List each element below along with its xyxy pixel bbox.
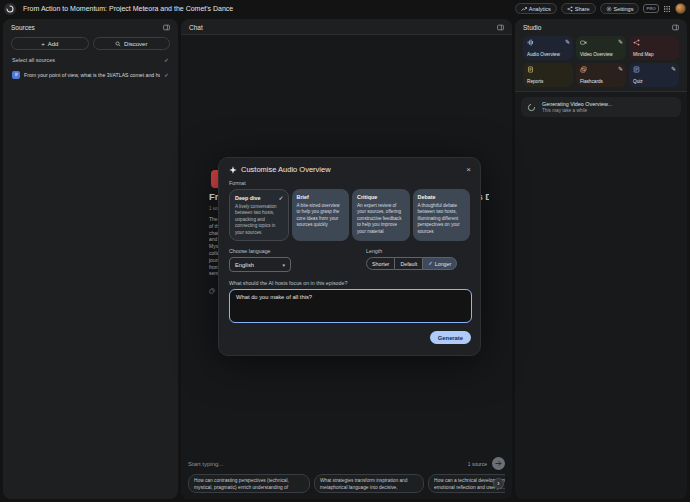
check-icon: ✓ — [278, 194, 283, 201]
studio-panel-title: Studio — [523, 24, 541, 31]
format-option-brief[interactable]: Brief A bite-sized overview to help you … — [292, 189, 350, 241]
settings-label: Settings — [614, 6, 634, 12]
plan-badge: PRO — [643, 4, 659, 13]
add-label: Add — [48, 41, 59, 47]
length-segmented-control: Shorter Default ✓ Longer — [366, 257, 457, 270]
flashcards-card[interactable]: ✎ Flashcards — [576, 63, 626, 87]
customise-audio-overview-dialog: Customise Audio Overview × Format ✓ Deep… — [218, 157, 481, 356]
suggestion-chip[interactable]: What strategies transform inspiration an… — [314, 474, 424, 493]
check-icon: ✓ — [428, 261, 433, 267]
length-option-shorter[interactable]: Shorter — [366, 257, 395, 270]
language-select[interactable]: English ▾ — [229, 257, 291, 272]
magnifier-icon — [115, 41, 121, 47]
format-options: ✓ Deep dive A lively conversation betwee… — [229, 189, 470, 241]
sparkle-icon — [229, 166, 237, 174]
chat-input[interactable] — [188, 461, 463, 467]
suggestion-chips: How can contrasting perspectives (techni… — [188, 474, 505, 493]
discover-sources-button[interactable]: Discover — [93, 37, 171, 50]
modal-title: Customise Audio Overview — [241, 165, 462, 174]
length-section-label: Length — [366, 248, 457, 254]
studio-output-area: Generating Video Overview... This may ta… — [515, 91, 687, 499]
expand-chat-panel-icon[interactable] — [497, 24, 504, 31]
edit-pencil-icon[interactable]: ✎ — [618, 38, 623, 45]
focus-textarea[interactable]: What do you make of all this? — [229, 289, 472, 323]
share-icon — [567, 6, 573, 12]
expand-studio-panel-icon[interactable] — [672, 24, 679, 31]
length-option-longer[interactable]: ✓ Longer — [422, 257, 457, 270]
mind-map-card[interactable]: Mind Map — [629, 36, 679, 60]
video-overview-card[interactable]: ✎ Video Overview — [576, 36, 626, 60]
language-value: English — [235, 262, 254, 268]
mind-map-icon — [633, 39, 640, 46]
chevron-right-icon: › — [497, 480, 499, 487]
studio-panel: Studio ✎ Audio Overview ✎ Video Overview… — [515, 19, 687, 499]
suggestion-chip[interactable]: How can contrasting perspectives (techni… — [188, 474, 310, 493]
format-option-debate[interactable]: Debate A thoughtful debate between two h… — [413, 189, 471, 241]
source-list-item[interactable]: From your point of view, what is the 3I/… — [3, 69, 178, 80]
analytics-label: Analytics — [529, 6, 551, 12]
analytics-button[interactable]: Analytics — [515, 3, 557, 14]
report-icon — [527, 66, 534, 73]
format-option-deep-dive[interactable]: ✓ Deep dive A lively conversation betwee… — [229, 189, 289, 241]
video-camera-icon — [580, 39, 587, 46]
chat-source-count: 1 source — [468, 461, 487, 467]
analytics-icon — [521, 6, 527, 12]
settings-button[interactable]: Settings — [600, 3, 640, 14]
share-label: Share — [575, 6, 590, 12]
select-all-checkbox[interactable]: ✓ — [164, 57, 169, 63]
share-button[interactable]: Share — [561, 3, 596, 14]
top-bar: From Action to Momentum: Project Meteora… — [0, 0, 690, 17]
audio-overview-card[interactable]: ✎ Audio Overview — [523, 36, 573, 60]
spinner-icon — [527, 103, 536, 112]
reports-card[interactable]: Reports — [523, 63, 573, 87]
user-avatar[interactable] — [675, 3, 686, 14]
length-option-default[interactable]: Default — [395, 257, 422, 270]
chat-panel-title: Chat — [189, 24, 203, 31]
edit-pencil-icon[interactable]: ✎ — [671, 65, 676, 72]
source-checkbox[interactable]: ✓ — [164, 72, 169, 78]
apps-grid-icon[interactable] — [663, 5, 671, 13]
audio-waveform-icon — [527, 39, 534, 46]
quiz-card[interactable]: ✎ Quiz — [629, 63, 679, 87]
chat-input-dock: 1 source How can contrasting perspective… — [181, 452, 512, 499]
language-section-label: Choose language — [229, 248, 366, 254]
next-suggestions-button[interactable]: › — [493, 478, 504, 489]
flashcards-icon — [580, 66, 587, 73]
focus-question-label: What should the AI hosts focus on in thi… — [229, 280, 470, 286]
close-icon[interactable]: × — [466, 166, 471, 174]
notebook-title[interactable]: From Action to Momentum: Project Meteora… — [23, 5, 510, 12]
send-icon[interactable] — [492, 457, 505, 470]
sources-panel: Sources + Add Discover Select all source… — [3, 19, 178, 499]
copy-icon[interactable] — [209, 288, 215, 294]
notebooklm-logo-icon[interactable] — [4, 3, 16, 15]
generating-subtitle: This may take a while — [542, 108, 612, 113]
discover-label: Discover — [124, 41, 147, 47]
format-section-label: Format — [229, 180, 470, 186]
generating-title: Generating Video Overview... — [542, 101, 612, 107]
quiz-icon — [633, 66, 640, 73]
plus-icon: + — [41, 41, 45, 47]
generating-status-row: Generating Video Overview... This may ta… — [521, 97, 681, 117]
edit-pencil-icon[interactable]: ✎ — [565, 38, 570, 45]
source-title: From your point of view, what is the 3I/… — [24, 72, 160, 78]
collapse-sources-panel-icon[interactable] — [163, 24, 170, 31]
chevron-down-icon: ▾ — [282, 262, 285, 268]
select-all-sources-label: Select all sources — [12, 57, 55, 63]
settings-gear-icon — [606, 6, 612, 12]
edit-pencil-icon[interactable]: ✎ — [618, 65, 623, 72]
generate-button[interactable]: Generate — [430, 331, 471, 344]
source-doc-icon — [12, 71, 20, 79]
format-option-critique[interactable]: Critique An expert review of your source… — [352, 189, 410, 241]
add-source-button[interactable]: + Add — [11, 37, 89, 50]
sources-panel-title: Sources — [11, 24, 35, 31]
